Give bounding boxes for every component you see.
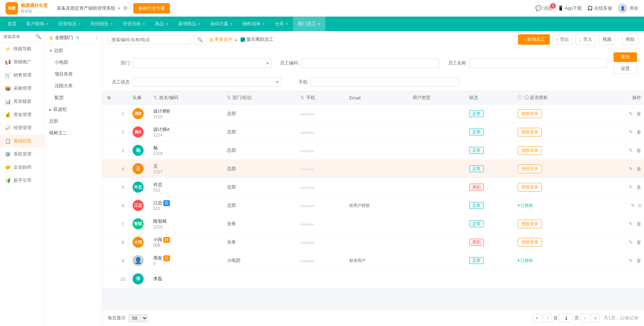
edit-btn[interactable]: ✎ — [629, 111, 633, 116]
edit-btn[interactable]: ✎ — [629, 129, 633, 135]
col-name-code[interactable]: ⇅ 姓名/编码 — [151, 91, 224, 105]
edit-btn[interactable]: ✎ — [629, 166, 633, 171]
close-icon[interactable]: ✕ — [46, 22, 49, 26]
sidebar-item-operation[interactable]: 📈 经营管理 — [0, 121, 45, 134]
tab-goods[interactable]: 商品 ✕ — [150, 17, 173, 31]
auth-button[interactable]: 授权登录 — [518, 183, 542, 192]
auth-button[interactable]: 授权登录 — [518, 238, 542, 247]
search-button[interactable]: 🔍 — [193, 35, 207, 44]
export-button[interactable]: ↑ 导出 — [553, 34, 573, 45]
tab-bom[interactable]: 物料清单 ✕ — [238, 17, 270, 31]
delete-btn[interactable]: 🗑 — [636, 129, 641, 135]
tab-add-goods[interactable]: 新增商品 ✕ — [173, 17, 206, 31]
sidebar-item-guide[interactable]: 🔰 新手引导 — [0, 174, 45, 187]
dept-select[interactable] — [133, 59, 272, 68]
edit-btn[interactable]: ✎ — [629, 184, 633, 190]
tab-warehouse[interactable]: 仓库 ✕ — [270, 17, 293, 31]
auth-button[interactable]: 授权登录 — [518, 220, 542, 228]
settings-btn[interactable]: 设置 — [614, 63, 637, 74]
emp-code-input[interactable] — [301, 59, 440, 68]
auth-button[interactable]: 授权登录 — [518, 109, 542, 118]
show-resigned-label[interactable]: 显示离职员工 — [241, 36, 273, 43]
collapse-btn[interactable]: 《 — [93, 35, 98, 41]
trial-button[interactable]: 体验行业方案 — [133, 3, 170, 14]
tab-employee[interactable]: 部门员工 ✕ — [293, 17, 325, 31]
sidebar-item-system[interactable]: ⚙️ 系统管理 — [0, 148, 45, 161]
tree-node-peihuo[interactable]: 配货 — [45, 92, 102, 104]
tree-node-xiangmu[interactable]: 项目库房 — [45, 68, 102, 80]
emp-status-select[interactable] — [133, 77, 281, 87]
delete-btn[interactable]: 🗑 — [636, 221, 641, 227]
close-icon[interactable]: ✕ — [230, 22, 233, 26]
sidebar-search-input[interactable] — [3, 34, 34, 39]
gear-icon[interactable]: ⚙ — [123, 5, 128, 11]
tab-barcode[interactable]: 条码方案 ✕ — [206, 17, 238, 31]
edit-btn[interactable]: ✎ — [629, 258, 633, 263]
tab-home[interactable]: 首页 — [3, 17, 21, 31]
close-icon[interactable]: ✕ — [78, 22, 81, 26]
delete-btn[interactable]: 🗑 — [636, 166, 641, 171]
user-btn[interactable]: 👤 用友 — [618, 3, 638, 13]
sidebar-item-sales[interactable]: 🛒 销售管理 — [0, 69, 45, 82]
col-phone[interactable]: ⇅ 手机 — [298, 91, 346, 105]
sidebar-item-finance[interactable]: 💰 资金管理 — [0, 108, 45, 121]
page-input[interactable] — [559, 314, 573, 323]
app-download-btn[interactable]: 📱 App下载 — [558, 5, 582, 11]
phone-input[interactable] — [310, 77, 459, 87]
delete-btn[interactable]: 🗑 — [636, 111, 641, 116]
close-icon[interactable]: ✕ — [262, 22, 265, 26]
close-icon[interactable]: ✕ — [198, 22, 201, 26]
sidebar-item-cooperation[interactable]: 🤝 企业协同 — [0, 161, 45, 174]
service-btn[interactable]: 🎧 在线客服 — [587, 5, 612, 11]
edit-btn[interactable]: ✎ — [631, 203, 635, 208]
edit-btn[interactable]: ✎ — [629, 221, 633, 227]
col-dept[interactable]: ⇅ 部门/职位 — [224, 91, 298, 105]
next-page-btn[interactable]: › — [580, 314, 589, 323]
edit-btn[interactable]: ✎ — [629, 148, 633, 153]
delete-btn[interactable]: 🗑 — [636, 148, 641, 153]
tree-node-zongbu2[interactable]: 总部 — [45, 115, 102, 127]
filter-more-btn[interactable]: ⊞ 更多条件 ▲ — [209, 36, 238, 43]
sidebar-item-inventory[interactable]: 📊 库存核算 — [0, 95, 45, 108]
auth-button[interactable]: 授权登录 — [518, 165, 542, 173]
first-page-btn[interactable]: « — [533, 314, 542, 323]
copy-btn[interactable]: ⎘ — [638, 203, 641, 208]
tab-profit[interactable]: 利润报告 ✕ — [86, 17, 118, 31]
close-icon[interactable]: ✕ — [285, 22, 288, 26]
sidebar-item-quick-nav[interactable]: ⚡ 快捷导航 — [0, 42, 45, 55]
delete-btn[interactable]: 🗑 — [636, 184, 641, 190]
tree-node-zongbu[interactable]: ▼ 总部 — [45, 45, 102, 56]
sidebar-item-marketing[interactable]: 📢 营销推广 — [0, 55, 45, 69]
close-icon[interactable]: ✕ — [317, 22, 320, 26]
add-employee-button[interactable]: + 新增员工 — [518, 34, 550, 45]
tree-node-xiaodian[interactable]: 小电部 — [45, 56, 102, 68]
tab-customer[interactable]: 客户联络 ✕ — [21, 17, 54, 31]
sidebar-item-basic[interactable]: 📋 基础信息 — [0, 134, 45, 148]
sidebar-item-purchase[interactable]: 📦 采购管理 — [0, 82, 45, 95]
help-button[interactable]: 帮助 — [622, 34, 638, 45]
delete-btn[interactable]: 🗑 — [636, 258, 641, 263]
tree-node-shuangxu[interactable]: ▶ 双虚想 — [45, 104, 102, 115]
close-icon[interactable]: ✕ — [165, 22, 169, 26]
edit-icon[interactable]: ✎ — [76, 35, 80, 41]
tree-node-zhishu[interactable]: 植树王二 — [45, 127, 102, 139]
close-icon[interactable]: ✕ — [142, 22, 145, 26]
tree-node-shenyang[interactable]: 沈阳大库 — [45, 80, 102, 92]
import-button[interactable]: ↓ 导入 — [575, 34, 596, 45]
delete-btn[interactable]: 🗑 — [636, 239, 641, 245]
edit-btn[interactable]: ✎ — [629, 239, 633, 245]
close-icon[interactable]: ✕ — [110, 22, 113, 26]
search-btn[interactable]: 查询 — [614, 52, 637, 62]
tab-operation-status[interactable]: 经营情况 ✕ — [54, 17, 86, 31]
view-button[interactable]: 视频 — [599, 34, 615, 45]
auth-button[interactable]: 授权登录 — [518, 146, 542, 155]
tab-history[interactable]: 经营历程 ✕ — [118, 17, 150, 31]
last-page-btn[interactable]: » — [591, 314, 600, 323]
settings-icon[interactable]: ⚙ — [107, 95, 111, 100]
prev-page-btn[interactable]: ‹ — [543, 314, 552, 323]
show-resigned-checkbox[interactable] — [241, 37, 245, 42]
search-input[interactable] — [108, 35, 191, 44]
per-page-select[interactable]: 10 20 50 100 — [128, 314, 148, 322]
emp-name-input[interactable] — [469, 59, 608, 68]
message-btn[interactable]: 💬 消息 5 — [535, 5, 552, 11]
